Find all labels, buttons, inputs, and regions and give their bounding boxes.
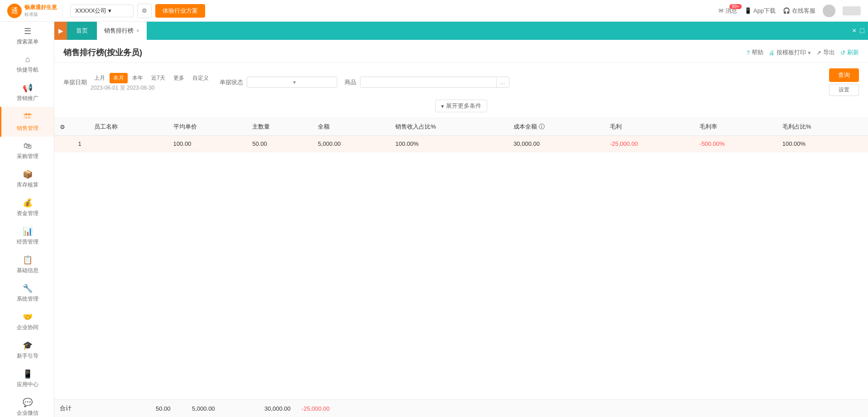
sidebar-item-inventory[interactable]: 📦 库存核算	[0, 165, 54, 193]
sidebar-item-label: 企业协同	[17, 324, 38, 331]
print-button[interactable]: 🖨 按模板打印 ▾	[769, 48, 811, 57]
th-settings[interactable]: ⚙	[54, 118, 71, 136]
cell-quantity: 50.00	[247, 136, 312, 152]
message-button[interactable]: ✉ 消息 99+	[719, 7, 737, 15]
expand-icon: ▶	[58, 27, 63, 34]
page-header: 销售排行榜(按业务员) ? 帮助 🖨 按模板打印 ▾ ↗	[54, 40, 868, 63]
footer-total-label: 合计	[60, 404, 114, 412]
settings-icon-btn[interactable]: ⚙	[137, 4, 152, 18]
query-button[interactable]: 查询	[829, 68, 859, 82]
date-range-display: 2023-06-01 至 2023-06-30	[91, 84, 212, 92]
expand-icon: ▾	[441, 103, 444, 110]
wrench-icon: 🔧	[23, 283, 33, 293]
tab-close-icon[interactable]: ×	[136, 28, 139, 34]
date-tab-7days[interactable]: 近7天	[148, 73, 169, 83]
sidebar-item-quick-nav[interactable]: ⌂ 快捷导航	[0, 50, 54, 78]
goods-more-icon[interactable]: ...	[496, 77, 509, 87]
goods-input[interactable]	[360, 77, 496, 87]
page-actions: ? 帮助 🖨 按模板打印 ▾ ↗ 导出 ↺	[747, 48, 859, 57]
sidebar-item-wechat[interactable]: 💬 企业微信	[0, 393, 54, 417]
goods-filter: 商品 ...	[345, 77, 509, 88]
status-select[interactable]: ▾	[247, 77, 337, 88]
sidebar-item-enterprise[interactable]: 🤝 企业协同	[0, 307, 54, 336]
chevron-down-icon: ▾	[108, 7, 111, 14]
trial-button[interactable]: 体验行业方案	[155, 4, 205, 18]
app-logo-icon: 通	[7, 4, 22, 18]
app-version: 标准版	[24, 11, 57, 18]
filter-settings-button[interactable]: 设置	[829, 84, 859, 96]
sidebar-item-operations[interactable]: 📊 经营管理	[0, 222, 54, 250]
help-button[interactable]: ? 帮助	[747, 48, 763, 57]
online-service-button[interactable]: 🎧 在线客服	[783, 7, 815, 15]
column-settings-icon[interactable]: ⚙	[60, 124, 65, 130]
company-selector[interactable]: XXXXX公司 ▾	[70, 5, 134, 17]
refresh-icon: ↺	[840, 49, 845, 56]
tab-sales-ranking[interactable]: 销售排行榜 ×	[97, 22, 147, 40]
sidebar-item-sales[interactable]: 销售管理	[0, 107, 54, 137]
headset-icon: 🎧	[783, 7, 790, 14]
cell-gross-pct: 100.00%	[777, 136, 868, 152]
print-icon: 🖨	[769, 49, 775, 56]
sidebar-item-label: 营销推广	[17, 95, 38, 102]
status-label: 单据状态	[220, 78, 243, 86]
sidebar-item-search[interactable]: ☰ 搜索菜单	[0, 22, 54, 50]
status-filter: 单据状态 ▾	[220, 77, 337, 88]
svg-rect-2	[24, 113, 31, 119]
th-amount: 全额	[312, 118, 390, 136]
tab-maximize-icon[interactable]: □	[860, 27, 864, 35]
cart-icon	[23, 111, 32, 123]
content-area: ▶ 首页 销售排行榜 × × □ 销售排行榜(按业务员)	[54, 22, 868, 417]
cell-employee	[89, 136, 168, 152]
sidebar-item-label: 基础信息	[17, 267, 38, 274]
sidebar-item-guide[interactable]: 🎓 新手引导	[0, 336, 54, 364]
filter-area: 单据日期 上月 本月 本年 近7天 更多 自定义 20	[54, 63, 868, 118]
tab-controls: × □	[852, 27, 868, 35]
footer-gross: -25,000.00	[296, 405, 335, 412]
cell-gross: -25,000.00	[604, 136, 694, 152]
sidebar-item-appstore[interactable]: 📱 应用中心	[0, 364, 54, 393]
sidebar-item-basics[interactable]: 📋 基础信息	[0, 250, 54, 279]
cell-settings	[54, 136, 71, 152]
tab-expand-btn[interactable]: ▶	[54, 22, 67, 40]
list-icon: 📋	[23, 255, 33, 265]
app-download-button[interactable]: 📱 App下载	[744, 7, 776, 15]
sidebar-item-purchase[interactable]: 🛍 采购管理	[0, 137, 54, 165]
sidebar-item-label: 应用中心	[17, 381, 38, 388]
cell-gross-rate: -500.00%	[694, 136, 777, 152]
date-tab-current-month[interactable]: 本月	[110, 73, 128, 83]
export-button[interactable]: ↗ 导出	[816, 48, 835, 57]
date-tab-current-year[interactable]: 本年	[129, 73, 147, 83]
footer-cost: 30,000.00	[259, 405, 296, 412]
message-icon: ✉	[719, 7, 724, 14]
sidebar-item-marketing[interactable]: 📢 营销推广	[0, 78, 54, 107]
expand-conditions-button[interactable]: ▾ 展开更多条件	[435, 100, 487, 112]
date-filter: 单据日期 上月 本月 本年 近7天 更多 自定义 20	[63, 73, 212, 92]
svg-text:通: 通	[11, 7, 18, 14]
sidebar-item-label: 搜索菜单	[17, 38, 38, 46]
date-tab-prev-month[interactable]: 上月	[91, 73, 109, 83]
refresh-button[interactable]: ↺ 刷新	[840, 48, 859, 57]
sidebar: ☰ 搜索菜单 ⌂ 快捷导航 📢 营销推广 销售管理 🛍 采购管理	[0, 22, 54, 417]
date-tab-more[interactable]: 更多	[170, 73, 188, 83]
tab-home[interactable]: 首页	[67, 22, 97, 40]
main-layout: ☰ 搜索菜单 ⌂ 快捷导航 📢 营销推广 销售管理 🛍 采购管理	[0, 22, 868, 417]
cell-sales-pct: 100.00%	[390, 136, 508, 152]
rankings-table: ⚙ 员工名称 平均单价 主数量 全额 销售收入占比% 成本全额 ⓘ 毛利 毛	[54, 118, 868, 152]
table-row: 1 100.00 50.00 5,000.00 100.00% 30,000.0…	[54, 136, 868, 152]
sidebar-item-label: 库存核算	[17, 181, 38, 189]
bag-icon: 🛍	[24, 141, 32, 151]
date-tabs: 上月 本月 本年 近7天 更多 自定义	[91, 73, 212, 83]
sidebar-item-finance[interactable]: 💰 资金管理	[0, 193, 54, 222]
export-icon: ↗	[816, 49, 821, 56]
tab-minimize-icon[interactable]: ×	[852, 27, 856, 35]
box-icon: 📦	[23, 169, 33, 179]
user-avatar[interactable]	[823, 5, 835, 17]
chat-icon: 💬	[23, 398, 33, 407]
sidebar-item-label: 采购管理	[17, 153, 38, 160]
footer-amount: 5,000.00	[187, 405, 223, 412]
date-tab-custom[interactable]: 自定义	[189, 73, 212, 83]
sidebar-item-system[interactable]: 🔧 系统管理	[0, 279, 54, 307]
date-label: 单据日期	[63, 78, 87, 86]
footer-quantity: 50.00	[150, 405, 187, 412]
filter-row-main: 单据日期 上月 本月 本年 近7天 更多 自定义 20	[63, 68, 859, 96]
